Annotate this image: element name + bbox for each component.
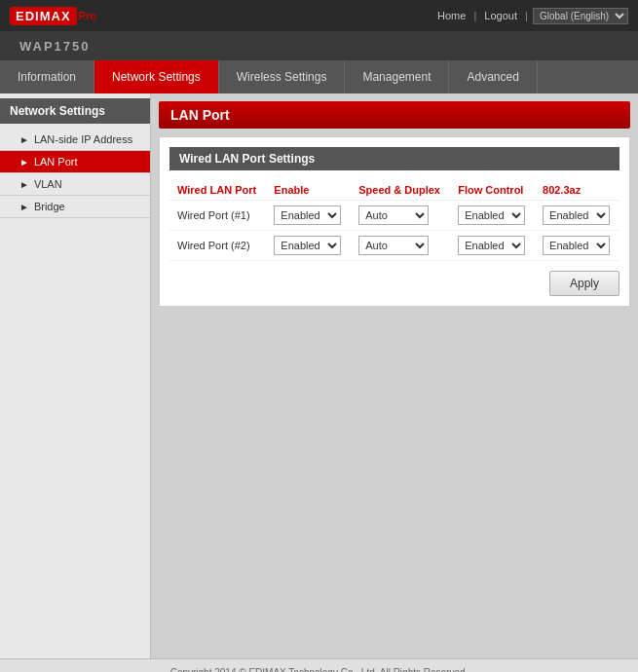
sidebar-item-lan-port[interactable]: ► LAN Port bbox=[0, 151, 150, 173]
port-1-az-select[interactable]: Enabled Disabled bbox=[543, 205, 610, 225]
port-2-flow-cell: Enabled Disabled bbox=[450, 231, 535, 261]
sidebar-item-lan-ip[interactable]: ► LAN-side IP Address bbox=[0, 129, 150, 151]
device-bar: WAP1750 bbox=[0, 31, 638, 60]
logo-pro-text: Pro bbox=[79, 10, 96, 21]
region-select[interactable]: Global (English) bbox=[533, 8, 628, 24]
arrow-icon: ► bbox=[19, 134, 29, 145]
arrow-icon-active: ► bbox=[19, 157, 29, 168]
port-2-name: Wired Port (#2) bbox=[169, 231, 266, 261]
port-1-az-cell: Enabled Disabled bbox=[535, 201, 619, 231]
page-title: LAN Port bbox=[159, 101, 630, 129]
port-2-enable-select[interactable]: Enabled Disabled bbox=[274, 236, 341, 255]
arrow-icon-vlan: ► bbox=[19, 179, 29, 190]
port-1-name: Wired Port (#1) bbox=[169, 201, 266, 231]
nav-item-information[interactable]: Information bbox=[0, 60, 94, 93]
section-title: Wired LAN Port Settings bbox=[169, 147, 619, 170]
nav-item-network-settings[interactable]: Network Settings bbox=[94, 60, 219, 93]
port-2-speed-cell: Auto 10Mbps 100Mbps bbox=[351, 231, 450, 261]
port-2-az-select[interactable]: Enabled Disabled bbox=[543, 236, 610, 255]
col-8023az: 802.3az bbox=[535, 180, 619, 201]
port-1-enable-cell: Enabled Disabled bbox=[266, 201, 351, 231]
footer-text: Copyright 2014 © EDIMAX Technology Co., … bbox=[170, 667, 469, 672]
device-name: WAP1750 bbox=[19, 39, 91, 54]
main: Network Settings ► LAN-side IP Address ►… bbox=[0, 93, 638, 658]
col-enable: Enable bbox=[266, 180, 351, 201]
port-1-flow-cell: Enabled Disabled bbox=[450, 201, 535, 231]
port-2-speed-select[interactable]: Auto 10Mbps 100Mbps bbox=[358, 236, 429, 255]
logo: EDIMAX Pro bbox=[10, 7, 96, 25]
col-flow-control: Flow Control bbox=[450, 180, 535, 201]
sidebar-item-bridge[interactable]: ► Bridge bbox=[0, 196, 150, 218]
port-table: Wired LAN Port Enable Speed & Duplex Flo… bbox=[169, 180, 619, 261]
col-wired-lan-port: Wired LAN Port bbox=[169, 180, 266, 201]
port-1-speed-select[interactable]: Auto 10Mbps 100Mbps bbox=[358, 205, 429, 225]
home-link[interactable]: Home bbox=[437, 10, 466, 21]
port-2-enable-cell: Enabled Disabled bbox=[266, 231, 351, 261]
header-links: Home | Logout | Global (English) bbox=[434, 8, 628, 24]
port-2-az-cell: Enabled Disabled bbox=[535, 231, 619, 261]
logout-link[interactable]: Logout bbox=[484, 10, 517, 21]
nav-item-wireless-settings[interactable]: Wireless Settings bbox=[219, 60, 346, 93]
nav-bar: Information Network Settings Wireless Se… bbox=[0, 60, 638, 93]
port-1-enable-select[interactable]: Enabled Disabled bbox=[274, 205, 341, 225]
port-1-speed-cell: Auto 10Mbps 100Mbps bbox=[351, 201, 450, 231]
apply-button[interactable]: Apply bbox=[549, 271, 619, 296]
footer: Copyright 2014 © EDIMAX Technology Co., … bbox=[0, 658, 638, 672]
nav-item-management[interactable]: Management bbox=[345, 60, 449, 93]
header: EDIMAX Pro Home | Logout | Global (Engli… bbox=[0, 0, 638, 31]
nav-item-advanced[interactable]: Advanced bbox=[449, 60, 537, 93]
port-2-flow-select[interactable]: Enabled Disabled bbox=[458, 236, 525, 255]
port-1-flow-select[interactable]: Enabled Disabled bbox=[458, 205, 525, 225]
table-row: Wired Port (#2) Enabled Disabled Auto 10… bbox=[169, 231, 619, 261]
content: LAN Port Wired LAN Port Settings Wired L… bbox=[151, 93, 638, 658]
section-box: Wired LAN Port Settings Wired LAN Port E… bbox=[159, 136, 630, 307]
sidebar-item-vlan[interactable]: ► VLAN bbox=[0, 173, 150, 196]
col-speed-duplex: Speed & Duplex bbox=[351, 180, 450, 201]
logo-edimax-text: EDIMAX bbox=[10, 7, 77, 25]
table-row: Wired Port (#1) Enabled Disabled Auto 10… bbox=[169, 201, 619, 231]
apply-row: Apply bbox=[169, 261, 619, 296]
sidebar-header: Network Settings bbox=[0, 98, 150, 124]
sidebar: Network Settings ► LAN-side IP Address ►… bbox=[0, 93, 151, 658]
arrow-icon-bridge: ► bbox=[19, 202, 29, 212]
